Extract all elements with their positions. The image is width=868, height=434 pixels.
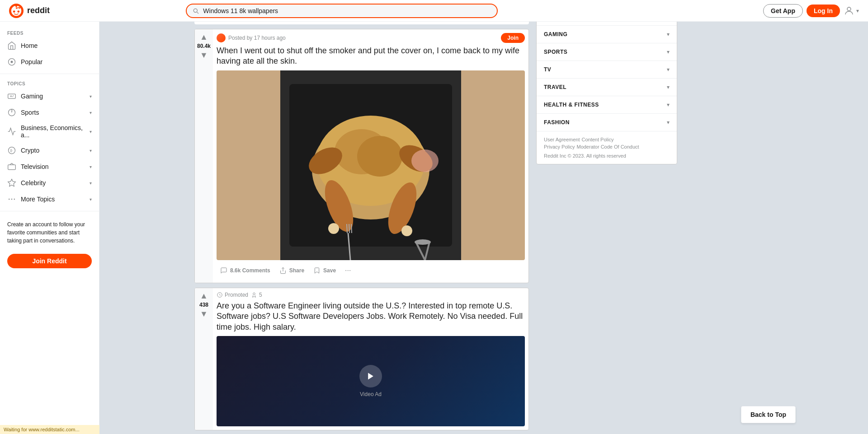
vote-column-1: ▲ 80.4k ▼ — [195, 29, 213, 283]
post-inner-2: ▲ 438 ▼ Promoted 5 — [195, 288, 528, 430]
svg-point-5 — [15, 5, 18, 7]
svg-point-14 — [12, 96, 13, 97]
svg-point-50 — [253, 293, 255, 295]
svg-point-21 — [11, 199, 13, 200]
right-sidebar: See more GAMING ▾ SPORTS ▾ TV ▾ TRAVEL ▾ — [536, 4, 677, 434]
television-chevron: ▾ — [90, 164, 92, 169]
sidebar-item-sports[interactable]: Sports ▾ — [0, 104, 99, 121]
post-video-2[interactable]: Video Ad — [217, 336, 525, 426]
celebrity-label: Celebrity — [21, 179, 85, 187]
sidebar-cta-text: Create an account to follow your favorit… — [0, 215, 99, 250]
sidebar-item-home[interactable]: Home — [0, 37, 99, 54]
svg-point-9 — [11, 61, 13, 63]
post-card-2: ▲ 438 ▼ Promoted 5 — [194, 288, 529, 430]
more-topics-label: More Topics — [21, 196, 85, 203]
comment-icon — [220, 267, 227, 274]
topic-item-gaming[interactable]: GAMING ▾ — [537, 26, 677, 43]
topic-tv-name: TV — [544, 66, 551, 73]
svg-point-38 — [401, 225, 412, 236]
sidebar: FEEDS Home Popular TOPICS Gaming ▾ Sport… — [0, 22, 99, 434]
svg-point-37 — [328, 223, 339, 234]
sidebar-item-popular[interactable]: Popular — [0, 54, 99, 70]
crypto-chevron: ▾ — [90, 148, 92, 153]
topic-item-health[interactable]: HEALTH & FITNESS ▾ — [537, 96, 677, 114]
comments-button-1[interactable]: 8.6k Comments — [217, 264, 274, 277]
gaming-label: Gaming — [21, 93, 85, 100]
user-agreement-link[interactable]: User Agreement — [544, 137, 580, 142]
posted-by-1: Posted by 17 hours ago — [228, 35, 286, 41]
login-button[interactable]: Log In — [807, 5, 840, 17]
share-button-1[interactable]: Share — [276, 264, 308, 277]
vote-count-2: 438 — [199, 302, 208, 308]
post-content-2: Promoted 5 Are you a Software Engineer l… — [213, 288, 528, 430]
share-label-1: Share — [289, 267, 304, 274]
topic-travel-chevron: ▾ — [667, 84, 670, 90]
topic-tv-chevron: ▾ — [667, 66, 670, 73]
sidebar-item-gaming[interactable]: Gaming ▾ — [0, 88, 99, 104]
user-icon — [844, 5, 854, 16]
post-avatar-1 — [217, 33, 226, 42]
back-to-top-button[interactable]: Back to Top — [741, 406, 796, 423]
topic-item-tv[interactable]: TV ▾ — [537, 61, 677, 79]
sidebar-item-celebrity[interactable]: Celebrity ▾ — [0, 175, 99, 191]
comments-count-1: 8.6k Comments — [230, 267, 270, 274]
sidebar-item-crypto[interactable]: ₿ Crypto ▾ — [0, 142, 99, 159]
logo-text: reddit — [27, 6, 50, 15]
svg-point-47 — [415, 239, 431, 245]
post-more-options-1[interactable]: ··· — [341, 264, 354, 277]
promoted-label: Promoted — [225, 292, 248, 298]
logo[interactable]: reddit — [9, 4, 50, 18]
vote-count-1: 80.4k — [197, 43, 211, 49]
save-icon — [313, 267, 321, 274]
home-icon — [7, 41, 16, 50]
play-icon — [366, 372, 375, 381]
crypto-icon: ₿ — [7, 146, 16, 155]
more-topics-chevron: ▾ — [90, 197, 92, 202]
award-icon — [251, 292, 257, 298]
svg-text:₿: ₿ — [10, 148, 12, 153]
share-icon — [279, 267, 287, 274]
footer-link-row-1: User Agreement Content Policy — [544, 137, 670, 142]
topic-fashion-name: FASHION — [544, 119, 570, 126]
svg-point-34 — [357, 136, 402, 177]
sidebar-divider — [0, 74, 99, 74]
privacy-policy-link[interactable]: Privacy Policy — [544, 144, 575, 149]
search-bar[interactable] — [186, 4, 498, 18]
sidebar-item-business[interactable]: Business, Economics, a... ▾ — [0, 121, 99, 142]
svg-point-13 — [13, 95, 14, 96]
topic-item-fashion[interactable]: FASHION ▾ — [537, 114, 677, 131]
post-card-1: ▲ 80.4k ▼ Posted by 17 hours ago Join Wh… — [194, 29, 529, 283]
downvote-button-2[interactable]: ▼ — [200, 310, 208, 318]
svg-point-2 — [13, 10, 15, 13]
celebrity-chevron: ▾ — [90, 181, 92, 186]
svg-point-48 — [411, 149, 439, 172]
upvote-button-1[interactable]: ▲ — [200, 33, 208, 41]
post-meta-2: Promoted 5 — [217, 292, 525, 298]
search-input[interactable] — [203, 7, 491, 14]
topic-item-sports[interactable]: SPORTS ▾ — [537, 43, 677, 61]
svg-marker-19 — [8, 179, 16, 187]
join-reddit-button[interactable]: Join Reddit — [7, 254, 92, 268]
user-menu[interactable]: ▾ — [844, 5, 859, 16]
topic-item-travel[interactable]: TRAVEL ▾ — [537, 79, 677, 96]
post-join-button-1[interactable]: Join — [501, 33, 525, 43]
promoted-badge: Promoted — [217, 292, 248, 298]
header: reddit Get App Log In ▾ — [0, 0, 868, 22]
moderator-code-link[interactable]: Moderator Code Of Conduct — [576, 144, 639, 149]
crypto-label: Crypto — [21, 147, 85, 154]
svg-line-43 — [349, 224, 349, 233]
save-button-1[interactable]: Save — [310, 264, 340, 277]
upvote-button-2[interactable]: ▲ — [200, 292, 208, 300]
main-content: Hot Everywhere ▾ New Top ··· — [99, 0, 868, 434]
get-app-button[interactable]: Get App — [763, 4, 803, 18]
downvote-button-1[interactable]: ▼ — [200, 51, 208, 59]
status-bar: Waiting for www.redditstatic.com... — [0, 425, 99, 434]
sidebar-item-more-topics[interactable]: More Topics ▾ — [0, 191, 99, 207]
post-image-1[interactable] — [217, 70, 525, 260]
content-policy-link[interactable]: Content Policy — [581, 137, 613, 142]
television-icon — [7, 162, 16, 171]
sidebar-item-television[interactable]: Television ▾ — [0, 159, 99, 175]
popular-icon — [7, 57, 16, 66]
topics-label: TOPICS — [0, 78, 99, 88]
search-icon — [192, 7, 199, 14]
